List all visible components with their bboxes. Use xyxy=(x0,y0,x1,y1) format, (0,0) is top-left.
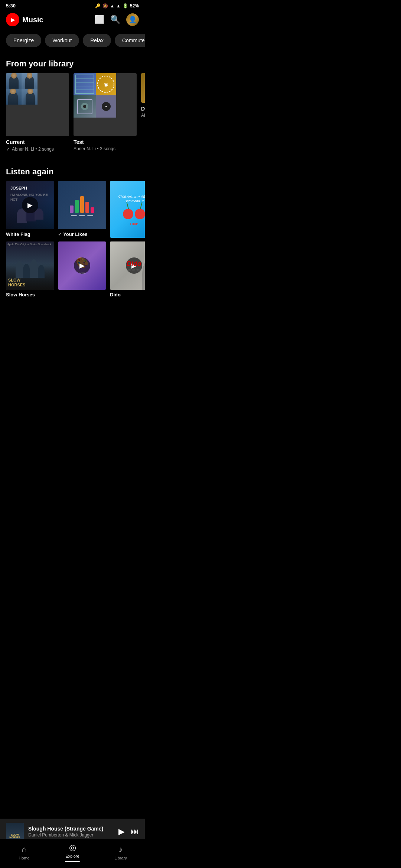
listen-card-white-flag[interactable]: JOSEPH I'M ALONE, NO YOU'RE NOT ▶ xyxy=(6,181,54,238)
cherry-left xyxy=(123,209,133,219)
chip-commute[interactable]: Commute xyxy=(115,34,145,47)
listen-title-dido: Dido xyxy=(110,292,145,298)
listen-art-slow-horses: Apple TV+ Original Series Soundtrack SLO… xyxy=(6,241,54,290)
listen-title-slow-horses: Slow Horses xyxy=(6,292,54,298)
listen-art-dido: Dido life for rent ▶ xyxy=(110,241,145,290)
svg-text:◉: ◉ xyxy=(104,81,108,87)
listen-art-random: 🎨 Artist ▶ xyxy=(58,241,106,290)
library-art-test: ◉ ✦ xyxy=(74,73,137,136)
listen-card-likes[interactable]: ✓ Your Likes xyxy=(58,181,106,238)
header-actions: ⬜ 🔍 👤 xyxy=(94,13,139,26)
app-logo-text: Music xyxy=(22,16,43,24)
listen-again-row1: JOSEPH I'M ALONE, NO YOU'RE NOT ▶ xyxy=(0,181,145,238)
wifi-icon: ▲ xyxy=(110,3,114,9)
library-name-current: Current xyxy=(6,139,69,145)
listen-card-slow-horses[interactable]: Apple TV+ Original Series Soundtrack SLO… xyxy=(6,241,54,298)
cherry-right xyxy=(135,209,145,219)
profile-avatar[interactable]: 👤 xyxy=(126,13,139,26)
library-meta-test: Abner N. Li • 3 songs xyxy=(74,146,137,151)
search-button[interactable]: 🔍 xyxy=(110,15,120,24)
dash-line xyxy=(71,215,93,216)
play-overlay-white-flag[interactable]: ▶ xyxy=(22,197,38,213)
library-card-test[interactable]: ◉ ✦ xyxy=(74,73,137,152)
library-meta-disc: Abner... xyxy=(141,113,145,118)
listen-art-white-flag: JOSEPH I'M ALONE, NO YOU'RE NOT ▶ xyxy=(6,181,54,229)
status-bar: 5:30 🔑 🔕 ▲ ▲ 🔋 52% xyxy=(0,0,145,10)
library-card-current[interactable]: Current ✓ Abner N. Li • 2 songs xyxy=(6,73,69,152)
battery-icon: 🔋 xyxy=(123,3,128,9)
library-art-current xyxy=(6,73,69,136)
verified-icon-current: ✓ xyxy=(6,146,10,152)
library-section-title: From your library xyxy=(0,59,145,73)
listen-art-albert: Child Animaɩ + Albert Hammond Jr FRAP xyxy=(110,181,145,238)
svg-rect-0 xyxy=(75,75,94,93)
test-badge: ✦ xyxy=(102,102,111,111)
signal-icon: ▲ xyxy=(116,3,121,9)
bar-chart xyxy=(70,194,94,213)
chip-energize[interactable]: Energize xyxy=(6,34,41,47)
svg-point-9 xyxy=(83,105,86,108)
app-logo-icon xyxy=(6,13,19,26)
mood-chips-row: Energize Workout Relax Commute Focus xyxy=(0,31,145,53)
listen-again-title: Listen again xyxy=(0,167,145,181)
listen-title-likes: ✓ Your Likes xyxy=(58,231,106,238)
mute-icon: 🔕 xyxy=(102,3,108,9)
library-meta-current: ✓ Abner N. Li • 2 songs xyxy=(6,146,69,152)
listen-card-dido[interactable]: Dido life for rent ▶ Dido xyxy=(110,241,145,298)
library-card-disc[interactable]: Disc... Abner... xyxy=(141,73,145,152)
listen-title-white-flag: White Flag xyxy=(6,231,54,238)
cast-button[interactable]: ⬜ xyxy=(94,15,104,24)
library-name-disc: Disc... xyxy=(141,106,145,112)
library-row: Current ✓ Abner N. Li • 2 songs xyxy=(0,73,145,152)
listen-card-random[interactable]: 🎨 Artist ▶ xyxy=(58,241,106,298)
dido-text: Dido xyxy=(127,260,141,268)
cherry-pair xyxy=(123,209,145,219)
listen-again-row2: Apple TV+ Original Series Soundtrack SLO… xyxy=(0,241,145,298)
verified-icon-likes: ✓ xyxy=(58,232,62,238)
library-art-disc xyxy=(141,73,145,103)
library-name-test: Test xyxy=(74,139,137,145)
status-time: 5:30 xyxy=(6,3,16,9)
chip-workout[interactable]: Workout xyxy=(45,34,79,47)
chip-relax[interactable]: Relax xyxy=(83,34,111,47)
library-section: From your library xyxy=(0,53,145,155)
play-overlay-random[interactable]: ▶ xyxy=(74,257,90,274)
status-icons: 🔑 🔕 ▲ ▲ 🔋 52% xyxy=(95,3,139,9)
logo-area: Music xyxy=(6,13,43,26)
app-header: Music ⬜ 🔍 👤 xyxy=(0,10,145,31)
battery-percent: 52% xyxy=(130,3,139,9)
key-icon: 🔑 xyxy=(95,3,101,9)
listen-again-section: Listen again JOSEPH I'M ALONE, NO YOU'RE… xyxy=(0,161,145,301)
listen-art-likes xyxy=(58,181,106,229)
listen-card-albert[interactable]: Child Animaɩ + Albert Hammond Jr FRAP E … xyxy=(110,181,145,238)
